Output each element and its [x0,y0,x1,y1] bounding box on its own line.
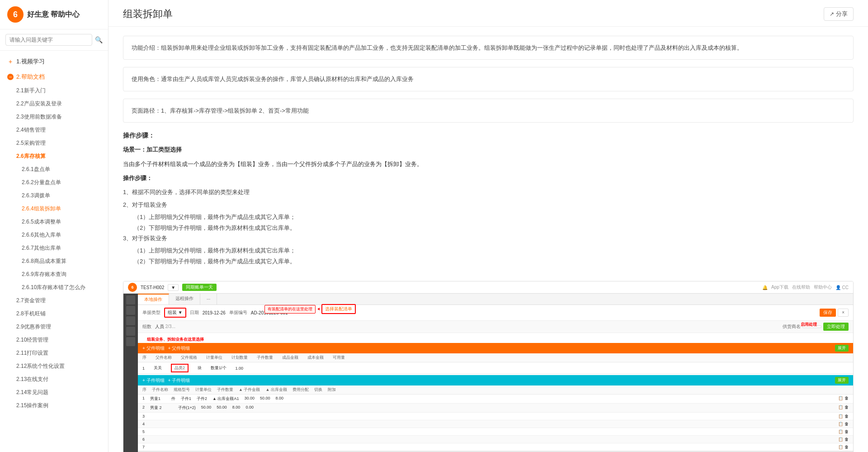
sidebar-item-inv266[interactable]: 2.6.6其他入库单 [0,228,108,242]
sim-left-sidebar [123,294,138,452]
sim-section-tab2[interactable]: + 父件明细 [168,345,190,352]
step3-sub1: （1）上部明细为父件明细，最终作为原材料生成其它出库单； [134,245,854,256]
sim-str2-6: 50.00 [201,405,212,411]
sim-icon-bell: 🔔 [762,285,768,290]
sim-table-row1: 1 关关 品类2 块 数量1/个 1.00 [138,362,853,374]
sidebar-item-inv265[interactable]: 2.6.5成本调整单 [0,215,108,228]
sim-td1-3[interactable]: 品类2 [171,364,189,372]
sim-clearlist-btn[interactable]: 选择装配清单 [321,304,356,314]
sim-action-btns: 保存 × [820,309,849,317]
sim-type-selector[interactable]: 组装 ▼ [164,308,186,318]
step3-sub2: （2）下部明细为子件明细，最终作为产成品生成其它入库单。 [134,256,854,266]
sim-section-header: + 父件明细 + 父件明细 展开 [138,343,853,353]
share-icon: ↗ [830,11,834,17]
sim-tab3[interactable]: ... [200,294,217,305]
minus-icon [7,74,14,80]
sim-str5-ops: 📋 🗑 [838,429,849,434]
sim-str2-2: 男童 2 [150,405,162,411]
sim-sub-th10: 附加 [328,387,336,393]
sidebar-item-manage[interactable]: 2.10经营管理 [0,333,108,347]
sidebar-item-inv264[interactable]: 2.6.4组装拆卸单 [0,202,108,215]
sim-td1-2: 关关 [154,365,162,371]
sim-str1-8: 30.00 [244,396,255,402]
sim-sub-tab2[interactable]: + 子件明细 [168,377,190,384]
sim-date-label: 日期 [190,309,199,316]
sim-sub-tab1[interactable]: + 子件明细 [142,377,165,384]
sim-str1-4: 件 [171,396,175,402]
sidebar-item-mobile[interactable]: 2.8手机旺铺 [0,307,108,320]
sim-sub-row4: 4 📋 🗑 [138,420,853,428]
sim-str1-ops: 📋 🗑 [838,396,849,402]
sidebar-item-docs[interactable]: 2.帮助文档 [0,70,108,84]
sim-icon-app: App下载 [771,284,788,290]
sim-str1-9: 50.00 [260,396,270,402]
sidebar-item-video[interactable]: 1.视频学习 [0,54,108,69]
sidebar-item-new[interactable]: 2.1新手入门 [0,84,108,97]
sim-sub-row5: 5 📋 🗑 [138,428,853,436]
search-button[interactable]: 🔍 [95,36,103,43]
sidebar-item-inv2610[interactable]: 2.6.10库存账本错了怎么办 [0,281,108,294]
sidebar: 6 好生意 帮助中心 🔍 1.视频学习 2.帮助文档 2.1新手入门 2.2产品… [0,0,108,452]
sim-expand-btn[interactable]: 展开 [835,345,849,352]
sim-process-btn[interactable]: 立即处理 [823,323,849,331]
sim-sub-th3: 规格型号 [174,387,190,393]
sidebar-item-faq[interactable]: 2.14常见问题 [0,386,108,399]
sidebar-item-inv268[interactable]: 2.6.8商品成本重算 [0,255,108,268]
main-content: 功能介绍：组装拆卸单用来处理企业组装或拆卸等加工业务，支持有固定装配清单的产品加… [108,27,868,452]
sidebar-item-print[interactable]: 2.11打印设置 [0,347,108,360]
sim-section-tab1[interactable]: + 父件明细 [142,345,165,352]
sim-tab2[interactable]: 远程操作 [169,294,200,305]
sim-sub-th7: ▲ 出库金额 [265,387,287,393]
sim-sb-icon1 [126,295,135,305]
logo-icon: 6 [7,6,24,23]
sim-tab-active[interactable]: 本地操作 [138,294,169,305]
sim-td1-4: 块 [198,365,202,371]
sim-str3-ops: 📋 🗑 [838,414,849,419]
sidebar-item-inv261[interactable]: 2.6.1盘点单 [0,163,108,176]
sim-th4: 计量单位 [206,355,222,361]
scene1-desc: 当由多个子件材料组装成一个成品的业务为【组装】业务，当由一个父件拆分成多个子产品… [123,159,854,169]
sidebar-item-install[interactable]: 2.2产品安装及登录 [0,97,108,110]
sidebar-item-capital[interactable]: 2.7资金管理 [0,294,108,307]
sim-str2-5: 子件(1+2) [178,405,196,411]
sim-sub-expand-btn[interactable]: 展开 [835,377,849,384]
intro-box: 功能介绍：组装拆卸单用来处理企业组装或拆卸等加工业务，支持有固定装配清单的产品加… [123,36,854,60]
search-input[interactable] [5,34,92,46]
sim-selector[interactable]: ▼ [168,284,179,291]
sidebar-item-data[interactable]: 2.3使用前数据准备 [0,110,108,124]
sim-str1-7: ▲ 出库金额A1 [212,396,239,402]
sim-icon-center: 帮助中心 [814,284,832,290]
role-text: 使用角色：通常由生产人员或库管人员完成拆装业务的操作，库管人员确认原材料的出库和… [132,76,414,82]
sim-str1-10: 8.00 [276,396,284,402]
sim-save-btn[interactable]: 保存 [820,309,836,317]
sim-table-header: 序 父件名称 父件规格 计量单位 计划数量 子件数量 成品金额 成本金额 可用量 [138,353,853,362]
sidebar-item-inv267[interactable]: 2.6.7其他出库单 [0,242,108,255]
sidebar-item-purchase[interactable]: 2.5采购管理 [0,137,108,150]
sim-str2-7: 50.00 [217,405,227,411]
sidebar-item-inv263[interactable]: 2.6.3调拨单 [0,189,108,202]
sim-sub-row6: 6 📋 🗑 [138,436,853,443]
sim-annotation1: 有装配清单的在这里处理 [264,305,316,314]
plus-icon [7,58,14,65]
sidebar-item-payment[interactable]: 2.13在线支付 [0,373,108,386]
sim-str5-1: 5 [142,429,145,434]
step3: 3、对于拆装业务 [123,233,854,243]
sim-close-btn[interactable]: × [838,309,849,317]
sidebar-item-custom[interactable]: 2.12系统个性化设置 [0,360,108,373]
share-button[interactable]: ↗ 分享 [824,7,854,21]
sidebar-item-coupon[interactable]: 2.9优惠券管理 [0,320,108,333]
sidebar-item-sales[interactable]: 2.4销售管理 [0,124,108,137]
sim-sub-row3: 3 📋 🗑 [138,413,853,420]
sim-main-content: 本地操作 远程操作 ... 单据类型 组装 ▼ 日期 2019-12-26 单据… [138,294,853,452]
sidebar-item-inventory[interactable]: 2.6库存核算 [0,150,108,163]
sim-sb-icon5 [126,337,135,346]
sidebar-item-inv269[interactable]: 2.6.9库存账本查询 [0,268,108,281]
sim-date-value: 2019-12-26 [203,310,226,315]
sim-extra-label: 供货商名 [783,324,801,330]
step1: 1、根据不同的业务，选择不同单据的类型来处理 [123,187,854,197]
sim-str2-9: 0.00 [245,405,254,411]
sim-td1-6: 1.00 [236,366,244,371]
sidebar-item-inv262[interactable]: 2.6.2分量盘点单 [0,176,108,189]
sidebar-item-cases[interactable]: 2.15操作案例 [0,399,108,412]
sim-btn-green[interactable]: 同期账单一天 [182,284,217,291]
